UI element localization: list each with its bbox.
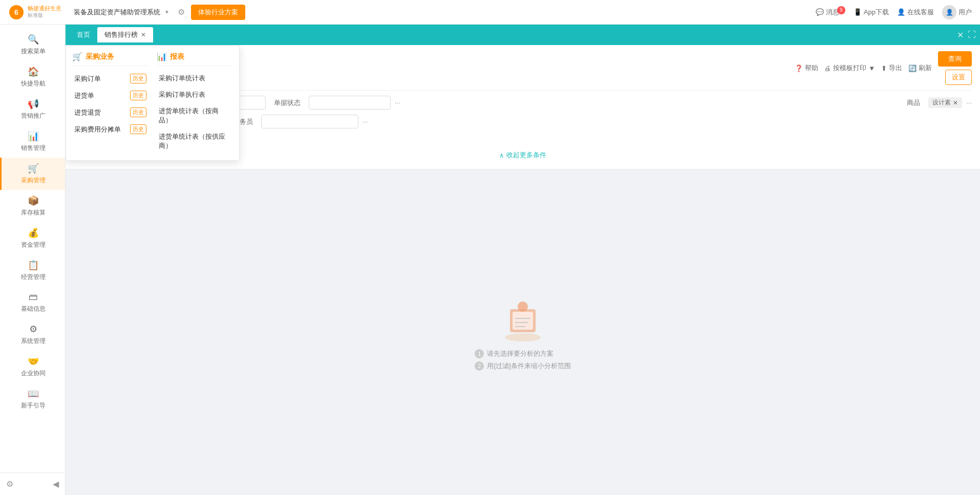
setting-btn[interactable]: 设置 xyxy=(945,70,972,85)
sidebar-label-search: 搜索菜单 xyxy=(21,47,46,56)
notification-badge: 9 xyxy=(837,6,845,14)
notification-item[interactable]: 💬 消息 9 xyxy=(816,8,845,17)
app-container: 6 畅捷通好生意 标准版 装备及固定资产辅助管理系统 ▼ ⚙ 体验行业方案 💬 … xyxy=(0,0,980,495)
sidebar-item-newbie[interactable]: 📖 新手引导 xyxy=(0,383,65,415)
report-col-label: 报表 xyxy=(170,52,184,61)
sidebar-item-sales[interactable]: 📊 销售管理 xyxy=(0,125,65,158)
tab-close-icon[interactable]: ✕ xyxy=(141,31,146,38)
dropdown-item-goods-return[interactable]: 进货退货 历史 xyxy=(72,104,148,121)
goods-return-history-badge[interactable]: 历史 xyxy=(130,107,146,117)
purchase-expense-label: 采购费用分摊单 xyxy=(74,125,121,134)
purchase-order-history-badge[interactable]: 历史 xyxy=(130,74,146,83)
tab-sales-ranking[interactable]: 销售排行榜 ✕ xyxy=(97,27,153,42)
sidebar-item-inventory[interactable]: 📦 库存核算 xyxy=(0,190,65,222)
notification-icon: 💬 xyxy=(816,8,824,16)
content-area: 首页 销售排行榜 ✕ ✕ ⛶ ❓ xyxy=(66,25,980,495)
dropdown-item-purchase-order[interactable]: 采购订单 历史 xyxy=(72,70,148,87)
dropdown-item-po-exec[interactable]: 采购订单执行表 xyxy=(157,87,233,103)
gr-stats-goods-label: 进货单统计表（按商品） xyxy=(159,106,231,125)
salesperson-input[interactable] xyxy=(261,115,358,128)
purchase-expense-history-badge[interactable]: 历史 xyxy=(130,124,146,134)
tab-home[interactable]: 首页 xyxy=(70,27,97,42)
help-btn[interactable]: ❓ 帮助 xyxy=(795,63,818,73)
online-service-item[interactable]: 👤 在线客服 xyxy=(897,8,934,17)
app-logo: 6 xyxy=(8,4,25,20)
sidebar-item-quicknav[interactable]: 🏠 快捷导航 xyxy=(0,61,65,93)
page-content: ❓ 帮助 🖨 按模板打印 ▼ ⬆ 导出 xyxy=(66,45,980,495)
sidebar-collapse-btn[interactable]: ◀ xyxy=(53,479,59,489)
sales-icon: 📊 xyxy=(28,131,39,142)
print-btn[interactable]: 🖨 按模板打印 ▼ xyxy=(824,63,875,73)
sidebar-item-purchase[interactable]: 🛒 采购管理 xyxy=(0,158,65,190)
search-icon: 🔍 xyxy=(28,34,39,45)
logo-area: 6 畅捷通好生意 标准版 xyxy=(8,4,74,20)
basic-icon: 🗃 xyxy=(29,292,38,303)
voucher-status-dots[interactable]: ··· xyxy=(395,99,400,106)
sidebar-label-operations: 经营管理 xyxy=(21,273,46,282)
goods-tag: 设计素 ✕ xyxy=(928,97,962,108)
industry-btn[interactable]: 体验行业方案 xyxy=(191,5,245,20)
goods-dots[interactable]: ··· xyxy=(966,99,972,106)
refresh-btn[interactable]: 🔄 刷新 xyxy=(908,63,932,73)
home-icon: 🏠 xyxy=(28,66,39,77)
svg-text:6: 6 xyxy=(14,8,18,16)
sidebar-item-basic[interactable]: 🗃 基础信息 xyxy=(0,287,65,318)
goods-tag-close[interactable]: ✕ xyxy=(953,99,958,106)
system-dropdown-arrow[interactable]: ▼ xyxy=(164,9,169,15)
dropdown-item-gr-stats-goods[interactable]: 进货单统计表（按商品） xyxy=(157,103,233,128)
sidebar-label-basic: 基础信息 xyxy=(21,305,46,313)
finance-icon: 💰 xyxy=(28,227,39,239)
app-download-item[interactable]: 📱 App下载 xyxy=(854,8,889,17)
refresh-icon: 🔄 xyxy=(908,64,917,72)
sidebar-item-operations[interactable]: 📋 经营管理 xyxy=(0,254,65,287)
gr-stats-supplier-label: 进货单统计表（按供应商） xyxy=(159,132,231,150)
salesperson-dots[interactable]: ··· xyxy=(363,118,368,125)
top-right-area: 💬 消息 9 📱 App下载 👤 在线客服 👤 用户 xyxy=(816,5,972,19)
dropdown-item-goods-receipt[interactable]: 进货单 历史 xyxy=(72,87,148,104)
goods-receipt-history-badge[interactable]: 历史 xyxy=(130,91,146,100)
user-item[interactable]: 👤 用户 xyxy=(942,5,972,19)
tab-bar: 首页 销售排行榜 ✕ ✕ ⛶ xyxy=(66,25,980,45)
purchase-col-label: 采购业务 xyxy=(86,52,114,61)
purchase-col: 🛒 采购业务 采购订单 历史 进货单 历史 进货退货 xyxy=(72,52,148,154)
sidebar-item-search[interactable]: 🔍 搜索菜单 xyxy=(0,29,65,61)
dropdown-item-gr-stats-supplier[interactable]: 进货单统计表（按供应商） xyxy=(157,128,233,154)
system-settings-icon[interactable]: ⚙ xyxy=(178,7,185,17)
purchase-order-label: 采购订单 xyxy=(74,74,101,83)
voucher-status-container: ··· xyxy=(309,96,899,110)
phone-icon: 📱 xyxy=(854,8,862,16)
inventory-icon: 📦 xyxy=(28,195,39,206)
goods-container: 设计素 ✕ ··· xyxy=(928,97,972,108)
report-col-title: 📊 报表 xyxy=(157,52,233,66)
query-btn[interactable]: 查询 xyxy=(938,51,972,67)
sidebar-item-system[interactable]: ⚙ 系统管理 xyxy=(0,318,65,351)
empty-tips: 1 请先选择要分析的方案 2 用[过滤]条件来缩小分析范围 xyxy=(475,349,570,371)
empty-svg xyxy=(497,294,548,345)
dropdown-item-purchase-expense[interactable]: 采购费用分摊单 历史 xyxy=(72,121,148,138)
tab-expand-icon[interactable]: ⛶ xyxy=(968,30,976,39)
marketing-icon: 📢 xyxy=(28,98,39,110)
tip-num-2: 2 xyxy=(475,361,484,371)
main-area: 🔍 搜索菜单 🏠 快捷导航 📢 营销推广 📊 销售管理 🛒 采购管 xyxy=(0,25,980,495)
export-btn[interactable]: ⬆ 导出 xyxy=(881,63,902,73)
sidebar-settings-btn[interactable]: ⚙ xyxy=(6,479,13,489)
sidebar-label-inventory: 库存核算 xyxy=(21,208,46,217)
sidebar-item-finance[interactable]: 💰 资金管理 xyxy=(0,222,65,254)
goods-tag-text: 设计素 xyxy=(932,98,951,107)
empty-illustration xyxy=(497,294,548,345)
sidebar-label-marketing: 营销推广 xyxy=(21,112,46,120)
dropdown-item-po-stats[interactable]: 采购订单统计表 xyxy=(157,70,233,87)
sidebar-item-marketing[interactable]: 📢 营销推广 xyxy=(0,93,65,125)
sidebar-item-enterprise[interactable]: 🤝 企业协同 xyxy=(0,351,65,383)
print-dropdown-arrow[interactable]: ▼ xyxy=(868,64,875,72)
main-table-area: 1 请先选择要分析的方案 2 用[过滤]条件来缩小分析范围 xyxy=(66,169,980,495)
sidebar-label-quicknav: 快捷导航 xyxy=(21,79,46,88)
user-label: 用户 xyxy=(958,8,972,17)
help-label: 帮助 xyxy=(805,63,818,73)
tip-text-1: 请先选择要分析的方案 xyxy=(487,349,553,358)
tab-close-window-icon[interactable]: ✕ xyxy=(957,30,964,40)
svg-point-5 xyxy=(518,302,528,312)
voucher-status-select[interactable] xyxy=(309,96,391,110)
sidebar-menu: 🔍 搜索菜单 🏠 快捷导航 📢 营销推广 📊 销售管理 🛒 采购管 xyxy=(0,25,65,472)
salesperson-container: ··· xyxy=(261,115,972,128)
